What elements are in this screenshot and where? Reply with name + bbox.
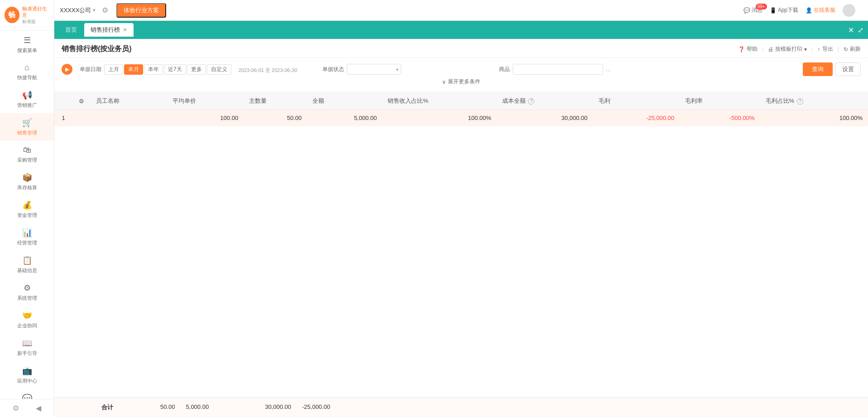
sidebar-icon-guide: 📖 — [22, 338, 32, 348]
gross-pct-help-icon[interactable]: ? — [797, 98, 803, 105]
sidebar-item-shortcut[interactable]: ⌂快捷导航 — [0, 58, 54, 86]
sidebar-item-guide[interactable]: 📖新手引导 — [0, 334, 54, 361]
date-btn-7days[interactable]: 近7天 — [164, 64, 186, 75]
help-icon: ❓ — [738, 46, 745, 53]
goods-input[interactable] — [513, 64, 603, 75]
filter-area: ▶ 单据日期 上月 本月 本年 近7天 更多 自定义 2023-0 — [54, 58, 868, 92]
status-select[interactable] — [347, 64, 401, 75]
content: 销售排行榜(按业务员) ❓ 帮助 | 🖨 按模板打印 ▾ | ↑ — [54, 39, 868, 417]
sidebar-item-basic[interactable]: 📋基础信息 — [0, 251, 54, 278]
print-btn[interactable]: 🖨 按模板打印 ▾ — [768, 45, 807, 53]
cell-sales-pct: 100.00% — [382, 110, 497, 126]
col-settings: ⚙ — [72, 92, 91, 110]
cell-index: 1 — [54, 110, 72, 126]
sidebar-footer: ⚙ ◀ — [0, 399, 54, 417]
print-icon: 🖨 — [768, 46, 773, 53]
company-selector[interactable]: XXXXX公司 ▾ — [60, 6, 96, 14]
sidebar-item-system[interactable]: ⚙系统管理 — [0, 278, 54, 306]
help-btn[interactable]: ❓ 帮助 — [738, 45, 758, 53]
status-filter-label: 单据状态 — [322, 66, 344, 73]
service-btn[interactable]: 👤 在线客服 — [806, 6, 835, 14]
date-btn-this-month[interactable]: 本月 — [124, 64, 143, 75]
message-icon: 💬 — [743, 7, 750, 14]
filter-toggle-arrow[interactable]: ▶ — [62, 64, 72, 75]
footer-quantity: 50.00 — [155, 402, 181, 413]
cell-settings — [72, 110, 91, 126]
tab-sales-ranking[interactable]: 销售排行榜 ✕ — [84, 23, 134, 37]
cell-gross: -25,000.00 — [593, 110, 680, 126]
sidebar-item-collab[interactable]: 🤝企业协同 — [0, 306, 54, 334]
sidebar-icon-finance: 💰 — [22, 200, 32, 210]
table-header-row: ⚙ 员工名称 平均单价 主数量 全额 销售收入占比% 成本全额 ? 毛利 毛利率… — [54, 92, 868, 110]
sidebar-icon-system: ⚙ — [24, 283, 31, 293]
user-avatar[interactable] — [843, 4, 855, 17]
tab-home[interactable]: 首页 — [59, 23, 83, 37]
date-btn-custom[interactable]: 自定义 — [207, 64, 231, 75]
date-range-display: 2023-06-01 至 2023-06-30 — [239, 67, 297, 74]
sidebar-item-finance[interactable]: 💰资金管理 — [0, 196, 54, 223]
page-header: 销售排行榜(按业务员) ❓ 帮助 | 🖨 按模板打印 ▾ | ↑ — [54, 39, 868, 58]
sidebar-label-purchase: 采购管理 — [17, 157, 37, 163]
close-window-icon[interactable]: ✕ — [848, 26, 854, 34]
sidebar-logo: 畅 畅康通好生意 标准版 — [0, 0, 54, 31]
sidebar-item-operation[interactable]: 📊经营管理 — [0, 223, 54, 251]
sidebar-icon-operation: 📊 — [22, 228, 32, 238]
table-body: 1 100.00 50.00 5,000.00 100.00% 30,000.0… — [54, 110, 868, 126]
sidebar-label-inventory: 库存核算 — [17, 184, 37, 191]
sidebar-icon-search: ☰ — [24, 35, 31, 45]
sidebar-item-search[interactable]: ☰搜索菜单 — [0, 31, 54, 58]
col-name: 员工名称 — [91, 92, 167, 110]
footer-sales-pct — [214, 402, 259, 413]
goods-more-icon[interactable]: ... — [606, 66, 610, 72]
expand-filter-btn[interactable]: ∨ 展开更多条件 — [62, 76, 861, 87]
col-cost: 成本全额 ? — [497, 92, 593, 110]
footer-avg-price — [119, 402, 155, 413]
sidebar-item-sales[interactable]: 🛒销售管理 — [0, 113, 54, 141]
app-label: App下载 — [778, 6, 798, 14]
date-btn-more[interactable]: 更多 — [187, 64, 206, 75]
sidebar-item-inventory[interactable]: 📦库存核算 — [0, 168, 54, 196]
trial-btn[interactable]: 体验行业方案 — [116, 3, 166, 18]
sidebar-item-purchase[interactable]: 🛍采购管理 — [0, 141, 54, 168]
cost-help-icon[interactable]: ? — [528, 98, 534, 105]
settings-btn[interactable]: 设置 — [835, 62, 861, 76]
date-btn-last-month[interactable]: 上月 — [104, 64, 123, 75]
sidebar-icon-wechat: 💬 — [22, 393, 32, 399]
sidebar-settings-icon[interactable]: ⚙ — [13, 404, 19, 412]
sidebar-icon-marketing: 📢 — [22, 90, 32, 100]
footer-gross: -25,000.00 — [297, 402, 336, 413]
company-name: XXXXX公司 — [60, 6, 91, 14]
expand-window-icon[interactable]: ⤢ — [858, 26, 863, 34]
topbar-right: 💬 消息 99+ 📱 App下载 👤 在线客服 — [743, 4, 863, 17]
logo-icon: 畅 — [5, 7, 19, 23]
footer-label: 合计 — [96, 402, 119, 413]
col-settings-icon[interactable]: ⚙ — [79, 98, 84, 105]
sidebar-item-marketing[interactable]: 📢营销推广 — [0, 86, 54, 113]
export-btn[interactable]: ↑ 导出 — [818, 45, 833, 53]
app-icon: 📱 — [770, 7, 777, 14]
refresh-btn[interactable]: ↻ 刷新 — [844, 45, 861, 53]
logo-sub: 标准版 — [22, 19, 49, 25]
sidebar-label-guide: 新手引导 — [17, 350, 37, 357]
sidebar-icon-apps: 📺 — [22, 366, 32, 376]
sidebar-item-wechat[interactable]: 💬企业微信 — [0, 389, 54, 399]
sidebar-label-marketing: 营销推广 — [17, 102, 37, 109]
cell-gross-pct: 100.00% — [760, 110, 868, 126]
sidebar-icon-collab: 🤝 — [22, 311, 32, 321]
topbar-settings-icon[interactable]: ⚙ — [102, 6, 108, 14]
query-btn[interactable]: 查询 — [803, 62, 833, 76]
page-title: 销售排行榜(按业务员) — [62, 44, 132, 54]
sidebar-label-apps: 应用中心 — [17, 378, 37, 384]
sidebar-collapse-icon[interactable]: ◀ — [36, 404, 41, 412]
sidebar-icon-inventory: 📦 — [22, 173, 32, 182]
sidebar-label-sales: 销售管理 — [17, 129, 37, 136]
goods-filter-label: 商品 — [499, 66, 510, 73]
message-btn[interactable]: 💬 消息 99+ — [743, 6, 762, 14]
date-btn-this-year[interactable]: 本年 — [144, 64, 163, 75]
page-actions: ❓ 帮助 | 🖨 按模板打印 ▾ | ↑ 导出 | — [738, 45, 861, 53]
app-download-btn[interactable]: 📱 App下载 — [770, 6, 798, 14]
tab-close-icon[interactable]: ✕ — [123, 27, 127, 33]
sidebar-icon-basic: 📋 — [22, 255, 32, 265]
sidebar-item-apps[interactable]: 📺应用中心 — [0, 361, 54, 389]
filter-goods: 商品 ... — [499, 64, 610, 75]
